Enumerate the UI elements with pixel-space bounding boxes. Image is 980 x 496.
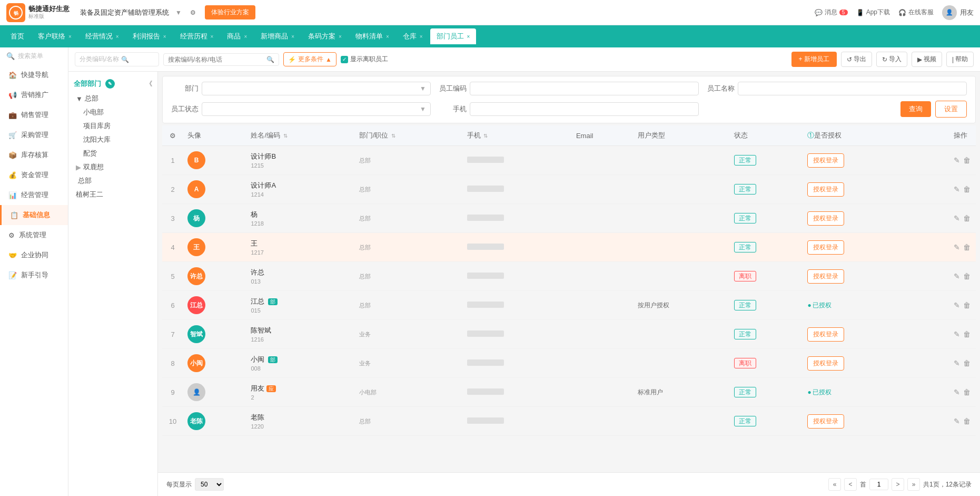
edit-icon[interactable]: ✎ xyxy=(954,330,960,338)
delete-icon[interactable]: 🗑 xyxy=(963,272,971,280)
export-button[interactable]: ↺ 导出 xyxy=(841,52,872,67)
delete-icon[interactable]: 🗑 xyxy=(963,417,971,425)
more-filter-btn[interactable]: ⚡ 更多条件 ▲ xyxy=(283,52,336,66)
tab-addgoods-close[interactable]: × xyxy=(291,34,294,40)
authorize-button[interactable]: 授权登录 xyxy=(807,414,844,429)
sidebar-item-cooperation[interactable]: 🤝 企业协同 xyxy=(0,245,68,265)
tab-employee[interactable]: 部门员工 × xyxy=(430,28,477,44)
dept-group-shuangluxiang[interactable]: ▶ 双鹿想 xyxy=(68,160,157,174)
next-page-button[interactable]: > xyxy=(892,478,904,491)
delete-icon[interactable]: 🗑 xyxy=(963,185,971,193)
sidebar-item-inventory[interactable]: 📦 库存核算 xyxy=(0,145,68,165)
tab-report[interactable]: 利润报告 × xyxy=(126,28,173,44)
tab-employee-close[interactable]: × xyxy=(467,34,470,40)
authorize-button[interactable]: 授权登录 xyxy=(807,182,844,197)
edit-icon[interactable]: ✎ xyxy=(954,185,960,193)
dept-collapse-btn[interactable]: 《 xyxy=(146,80,152,89)
tab-customer[interactable]: 客户联络 × xyxy=(32,28,78,44)
dept-group-zhishuwang[interactable]: 植树王二 xyxy=(68,188,157,201)
edit-icon[interactable]: ✎ xyxy=(954,156,960,164)
last-page-button[interactable]: » xyxy=(907,478,920,491)
sidebar-item-marketing[interactable]: 📢 营销推广 xyxy=(0,85,68,105)
delete-icon[interactable]: 🗑 xyxy=(963,214,971,222)
tab-profit[interactable]: 经营情况 × xyxy=(79,28,125,44)
dept-item-shenyang[interactable]: 沈阳大库 xyxy=(68,133,157,147)
tab-barcode-close[interactable]: × xyxy=(339,34,342,40)
page-number-input[interactable] xyxy=(869,479,888,490)
employee-search-input[interactable] xyxy=(168,56,264,63)
delete-icon[interactable]: 🗑 xyxy=(963,156,971,164)
authorize-button[interactable]: 授权登录 xyxy=(807,269,844,284)
sidebar-item-shortcut[interactable]: 🏠 快捷导航 xyxy=(0,65,68,85)
first-page-button[interactable]: « xyxy=(828,478,841,491)
edit-icon[interactable]: ✎ xyxy=(954,272,960,280)
support-button[interactable]: 🎧 在线客服 xyxy=(898,8,934,17)
authorize-button[interactable]: 授权登录 xyxy=(807,327,844,342)
dept-item-projectroom[interactable]: 项目库房 xyxy=(68,119,157,133)
tab-home[interactable]: 首页 xyxy=(4,28,31,44)
sidebar-item-sales[interactable]: 💼 销售管理 xyxy=(0,105,68,125)
dept-item-electronics[interactable]: 小电部 xyxy=(68,105,157,119)
tab-material-close[interactable]: × xyxy=(386,34,389,40)
sidebar-item-guide[interactable]: 📝 新手引导 xyxy=(0,265,68,285)
tab-customer-close[interactable]: × xyxy=(68,34,72,40)
delete-icon[interactable]: 🗑 xyxy=(963,301,971,309)
dept-group-hq2[interactable]: 总部 xyxy=(68,174,157,188)
trial-button[interactable]: 体验行业方案 xyxy=(205,5,255,20)
tab-addgoods[interactable]: 新增商品 × xyxy=(254,28,301,44)
delete-icon[interactable]: 🗑 xyxy=(963,243,971,251)
msg-button[interactable]: 💬 消息 5 xyxy=(815,8,848,17)
tab-report-close[interactable]: × xyxy=(163,34,166,40)
show-resigned-toggle[interactable]: ✓ 显示离职员工 xyxy=(341,55,388,64)
col-name[interactable]: 姓名/编码 ⇅ xyxy=(246,125,354,146)
sidebar-item-system[interactable]: ⚙ 系统管理 xyxy=(0,225,68,245)
col-settings[interactable]: ⚙ xyxy=(162,125,183,146)
delete-icon[interactable]: 🗑 xyxy=(963,330,971,338)
app-download-button[interactable]: 📱 App下载 xyxy=(856,8,890,17)
help-button[interactable]: | 帮助 xyxy=(946,52,974,67)
prev-page-button[interactable]: < xyxy=(844,478,857,491)
filter-empcode-input[interactable] xyxy=(470,82,699,95)
tab-history[interactable]: 经营历程 × xyxy=(174,28,220,44)
dept-group-headquarters[interactable]: ▼ 总部 xyxy=(68,92,157,105)
filter-set-button[interactable]: 设置 xyxy=(935,101,967,118)
tab-history-close[interactable]: × xyxy=(211,34,214,40)
edit-icon[interactable]: ✎ xyxy=(954,388,960,396)
tab-goods-close[interactable]: × xyxy=(244,34,247,40)
tab-profit-close[interactable]: × xyxy=(116,34,119,40)
settings-icon-btn[interactable]: ⚙ xyxy=(186,5,201,20)
tab-warehouse[interactable]: 仓库 × xyxy=(397,28,429,44)
sidebar-item-operation[interactable]: 📊 经营管理 xyxy=(0,185,68,205)
col-phone[interactable]: 手机 ⇅ xyxy=(463,125,572,146)
authorize-button[interactable]: 授权登录 xyxy=(807,211,844,226)
edit-icon[interactable]: ✎ xyxy=(954,417,960,425)
filter-search-button[interactable]: 查询 xyxy=(900,101,931,117)
show-resigned-checkbox[interactable]: ✓ xyxy=(341,56,348,63)
filter-empname-input[interactable] xyxy=(738,82,967,95)
delete-icon[interactable]: 🗑 xyxy=(963,359,971,367)
import-button[interactable]: ↻ 导入 xyxy=(876,52,907,67)
tab-goods[interactable]: 商品 × xyxy=(221,28,253,44)
filter-empstatus-select[interactable]: ▼ xyxy=(202,102,431,116)
add-employee-button[interactable]: + 新增员工 xyxy=(791,52,837,67)
edit-icon[interactable]: ✎ xyxy=(954,243,960,251)
filter-dept-select[interactable]: ▼ xyxy=(202,82,431,95)
sidebar-search[interactable]: 🔍 搜索菜单 xyxy=(0,47,68,65)
col-dept[interactable]: 部门/职位 ⇅ xyxy=(355,125,463,146)
edit-icon[interactable]: ✎ xyxy=(954,359,960,367)
edit-icon[interactable]: ✎ xyxy=(954,214,960,222)
classify-search[interactable]: 分类编码/名称 🔍 xyxy=(75,52,159,66)
page-size-select[interactable]: 50 100 xyxy=(195,478,224,491)
tab-barcode[interactable]: 条码方案 × xyxy=(302,28,348,44)
dept-item-distribution[interactable]: 配货 xyxy=(68,147,157,160)
dept-all-label[interactable]: 全部部门 xyxy=(74,79,101,89)
authorize-button[interactable]: 授权登录 xyxy=(807,153,844,168)
delete-icon[interactable]: 🗑 xyxy=(963,388,971,396)
authorize-button[interactable]: 授权登录 xyxy=(807,356,844,371)
sidebar-item-purchase[interactable]: 🛒 采购管理 xyxy=(0,125,68,145)
view-button[interactable]: ▶ 视频 xyxy=(912,52,942,67)
edit-icon[interactable]: ✎ xyxy=(954,301,960,309)
authorize-button[interactable]: 授权登录 xyxy=(807,240,844,255)
tab-warehouse-close[interactable]: × xyxy=(420,34,423,40)
sidebar-item-basic[interactable]: 📋 基础信息 xyxy=(0,205,68,225)
